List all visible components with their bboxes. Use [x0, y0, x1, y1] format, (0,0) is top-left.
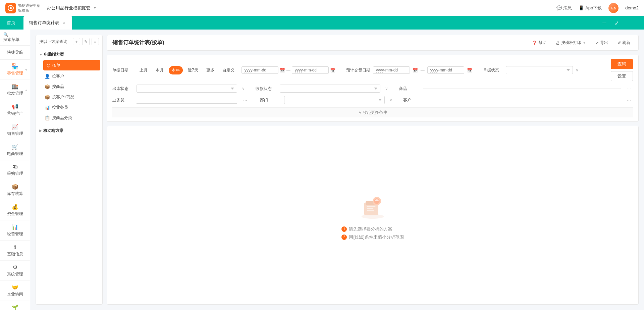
wholesale-icon: 🏬	[12, 83, 18, 90]
delivery-status-label: 出库状态	[112, 86, 132, 92]
department-expand-icon: ∨	[389, 98, 392, 102]
export-icon: ↗	[595, 41, 599, 45]
expected-date-to-input[interactable]	[427, 66, 464, 74]
scheme-by-cust-prod[interactable]: 📦 按客户+商品	[41, 92, 102, 102]
payment-status-expand-icon: ∨	[385, 86, 388, 91]
scheme-by-staff[interactable]: 📊 按业务员	[41, 102, 102, 113]
date-btn-7days[interactable]: 近7天	[185, 66, 201, 74]
user-name[interactable]: demo2	[625, 5, 639, 10]
by-customer-icon: 👤	[45, 74, 50, 79]
sidebar-item-enterprise[interactable]: 🤝 企业协同	[0, 281, 30, 301]
date-btn-last-month[interactable]: 上月	[137, 66, 151, 74]
sidebar-item-newbie[interactable]: 🌱 新手引导	[0, 301, 30, 310]
help-button[interactable]: ❓ 帮助	[529, 39, 549, 47]
sidebar-quick-nav[interactable]: 快捷导航	[0, 46, 30, 60]
sidebar-item-basic[interactable]: ℹ 基础信息	[0, 241, 30, 261]
sidebar-item-retail[interactable]: 🏪 零售管理 ▼	[0, 60, 30, 80]
expected-cal-from-icon[interactable]: 📅	[413, 68, 418, 73]
sales-icon: 📈	[12, 123, 18, 130]
expected-cal-to-icon[interactable]: 📅	[467, 68, 472, 73]
collapse-conditions-button[interactable]: ∧ 收起更多条件	[112, 107, 633, 117]
add-scheme-button[interactable]: +	[73, 38, 80, 45]
app-download-button[interactable]: 📱 App下载	[579, 5, 602, 11]
tab-home[interactable]: 首页	[0, 16, 22, 30]
staff-input-area[interactable]	[137, 96, 237, 104]
product-input-area[interactable]	[423, 89, 621, 89]
sidebar-item-finance[interactable]: 💰 资金管理	[0, 200, 30, 220]
tip-num-2: 2	[341, 235, 347, 240]
date-to-input[interactable]	[292, 66, 329, 74]
avatar[interactable]: Ea	[608, 3, 619, 13]
staff-more-button[interactable]: ···	[241, 97, 249, 103]
by-cust-prod-icon: 📦	[45, 95, 50, 100]
date-separator: —	[286, 68, 290, 72]
customer-more-button[interactable]: ···	[625, 97, 633, 103]
retail-icon: 🏪	[12, 63, 18, 69]
page-title-dropdown-icon[interactable]: ▼	[93, 6, 97, 10]
refresh-button[interactable]: ↺ 刷新	[615, 39, 633, 47]
mobile-scheme-toggle[interactable]: ▶ 移动端方案	[36, 126, 102, 136]
date-btn-custom[interactable]: 自定义	[219, 66, 237, 74]
desktop-scheme-section: ▼ 电脑端方案 ◎ 按单 👤 按客户 📦	[36, 48, 102, 124]
sidebar: 🔍 搜索菜单 快捷导航 🏪 零售管理 ▼ 🏬 批发管理 ▲ 📢 营销推广 📈 销…	[0, 30, 30, 310]
empty-state: 1 请先选择要分析的方案 2 用[过滤]条件来缩小分析范围	[107, 126, 639, 305]
sidebar-item-wholesale[interactable]: 🏬 批发管理 ▲	[0, 80, 30, 100]
page-header: 销售订单统计表(按单) ❓ 帮助 🖨 按模板打印 ▼ ↗	[107, 35, 639, 51]
doc-status-select[interactable]	[506, 66, 573, 74]
tab-close-icon[interactable]: ×	[61, 20, 67, 25]
date-from-input[interactable]	[241, 66, 278, 74]
edit-scheme-button[interactable]: ✎	[82, 38, 90, 45]
left-panel: 按以下方案查询 + ✎ « ▼ 电脑端方案	[36, 35, 103, 305]
scheme-by-customer[interactable]: 👤 按客户	[41, 71, 102, 82]
refresh-icon: ↺	[618, 41, 621, 45]
scheme-by-product[interactable]: 📦 按商品	[41, 82, 102, 92]
department-select[interactable]	[284, 96, 385, 104]
cal-to-icon[interactable]: 📅	[330, 68, 335, 73]
left-panel-title: 按以下方案查询	[39, 39, 71, 45]
date-btn-this-year[interactable]: 本年	[169, 66, 183, 74]
filter-row-1: 单据日期 上月 本月 本年 近7天 更多 自定义 📅 —	[112, 59, 633, 81]
sidebar-item-inventory[interactable]: 📦 库存核算	[0, 180, 30, 200]
product-more-button[interactable]: ···	[625, 85, 633, 92]
tabbar: 首页 销售订单统计表 × ─ ⤢	[0, 16, 644, 30]
message-button[interactable]: 💬 消息	[556, 5, 572, 11]
search-button[interactable]: 查询	[611, 59, 633, 69]
print-dropdown-icon: ▼	[583, 41, 586, 45]
left-panel-toolbar: 按以下方案查询 + ✎ «	[36, 35, 102, 48]
search-icon: 🔍	[3, 32, 26, 37]
sidebar-search[interactable]: 🔍 搜索菜单	[0, 30, 30, 46]
settings-button[interactable]: 设置	[611, 71, 633, 81]
sidebar-item-purchase[interactable]: 🛍 采购管理	[0, 160, 30, 180]
payment-status-select[interactable]	[280, 85, 380, 93]
desktop-scheme-toggle[interactable]: ▼ 电脑端方案	[36, 50, 102, 59]
delivery-status-select[interactable]	[137, 85, 237, 93]
sidebar-item-marketing[interactable]: 📢 营销推广	[0, 100, 30, 120]
wholesale-arrow-icon: ▲	[24, 88, 28, 92]
sidebar-item-system[interactable]: ⚙ 系统管理	[0, 261, 30, 281]
tab-sales-report[interactable]: 销售订单统计表 ×	[23, 16, 72, 30]
export-button[interactable]: ↗ 导出	[593, 39, 611, 47]
doc-status-expand-icon: ∨	[576, 68, 579, 72]
page-title-top: 办公用品行业模拟账套	[47, 5, 91, 11]
sidebar-item-operations[interactable]: 📊 经营管理	[0, 220, 30, 241]
sidebar-item-ecommerce[interactable]: 🛒 电商管理	[0, 140, 30, 160]
tab-minimize-icon[interactable]: ─	[600, 18, 609, 28]
customer-input-area[interactable]	[427, 100, 621, 100]
scheme-by-category[interactable]: 📋 按商品分类	[41, 113, 102, 123]
filter-row-3: 业务员 ··· 部门 ∨ 客户 ···	[112, 96, 633, 104]
date-btn-this-month[interactable]: 本月	[153, 66, 167, 74]
svg-rect-8	[367, 210, 374, 211]
expected-date-from-input[interactable]	[373, 66, 410, 74]
collapse-panel-button[interactable]: «	[92, 38, 99, 45]
cal-from-icon[interactable]: 📅	[280, 68, 285, 73]
empty-tips: 1 请先选择要分析的方案 2 用[过滤]条件来缩小分析范围	[341, 226, 404, 242]
scheme-by-order[interactable]: ◎ 按单	[43, 60, 100, 70]
ecommerce-icon: 🛒	[12, 144, 18, 150]
date-btn-more[interactable]: 更多	[203, 66, 217, 74]
tab-maximize-icon[interactable]: ⤢	[612, 18, 621, 28]
by-order-icon: ◎	[47, 63, 50, 68]
template-print-button[interactable]: 🖨 按模板打印 ▼	[553, 39, 589, 47]
right-panel: 销售订单统计表(按单) ❓ 帮助 🖨 按模板打印 ▼ ↗	[107, 35, 639, 305]
sidebar-item-sales[interactable]: 📈 销售管理	[0, 120, 30, 140]
desktop-scheme-items: ◎ 按单 👤 按客户 📦 按商品 📦 按客	[36, 60, 102, 123]
